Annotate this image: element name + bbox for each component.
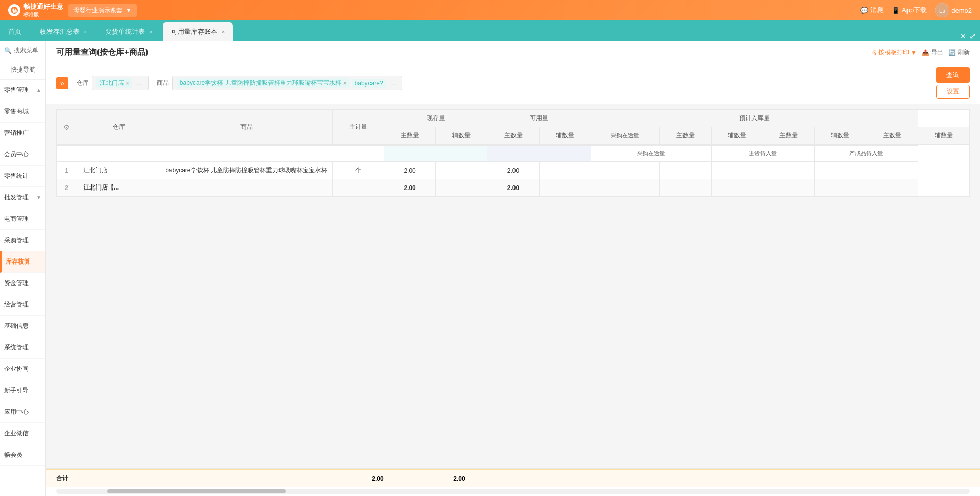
- purchase-transit-subheader: 采购在途量: [591, 146, 711, 162]
- refresh-btn[interactable]: 🔄 刷新: [948, 48, 970, 57]
- th-avail-aux: 辅数量: [539, 127, 591, 145]
- sidebar-item-marketing-label: 营销推广: [4, 129, 29, 137]
- tenant-selector[interactable]: 母婴行业演示账套 ▼: [68, 4, 137, 17]
- filter-toggle-btn[interactable]: »: [56, 77, 68, 89]
- warehouse-input[interactable]: 江北门店 × ...: [92, 76, 149, 90]
- sidebar-item-retailstats[interactable]: 零售统计: [0, 166, 45, 187]
- footer-total-label: 合计: [56, 474, 102, 483]
- footer-stock-main: 2.00: [357, 475, 398, 482]
- scrollbar-row: [46, 487, 980, 496]
- sidebar-item-finance[interactable]: 资金管理: [0, 273, 45, 294]
- product-more-btn[interactable]: ...: [388, 79, 398, 87]
- row2-in-aux: [763, 179, 815, 197]
- template-print-btn[interactable]: 🖨 按模板打印 ▼: [871, 48, 917, 57]
- printer-icon: 🖨: [871, 49, 877, 56]
- bottom-area: 合计 2.00 2.00: [46, 468, 980, 496]
- user-avatar-btn[interactable]: Ea demo2: [935, 3, 972, 17]
- row2-mainunit: [332, 179, 384, 197]
- message-label: 消息: [870, 6, 884, 15]
- sidebar-item-marketing[interactable]: 营销推广: [0, 123, 45, 144]
- col-settings-icon[interactable]: ⚙: [63, 123, 70, 131]
- row1-mainunit: 个: [332, 162, 384, 179]
- query-btn[interactable]: 查询: [936, 67, 970, 83]
- horizontal-scrollbar[interactable]: [56, 489, 970, 494]
- row1-pur-aux: [659, 162, 711, 179]
- sidebar-item-retailmall[interactable]: 零售商城: [0, 101, 45, 123]
- th-stock-aux: 辅数量: [436, 127, 487, 145]
- sidebar-item-enterprise[interactable]: 企业协同: [0, 359, 45, 380]
- export-icon: 📤: [922, 49, 929, 56]
- tab-orders-close[interactable]: ×: [149, 29, 152, 35]
- product-filter: 商品 babycare学饮杯 儿童防摔防撞吸管杯重力球吸嘴杯宝宝水杯 × bab…: [157, 76, 403, 90]
- product-tag-2-text: babycare?: [355, 80, 383, 87]
- tenant-name: 母婴行业演示账套: [74, 6, 122, 15]
- warehouse-tag-remove[interactable]: ×: [126, 80, 129, 87]
- app-download-btn[interactable]: 📱 App下载: [892, 6, 927, 15]
- maximize-icon[interactable]: ⤢: [969, 31, 976, 41]
- tab-home[interactable]: 首页: [0, 22, 30, 41]
- retail-expand-icon: ▲: [36, 87, 41, 93]
- sidebar-item-vip-label: 畅会员: [4, 451, 22, 459]
- row2-product: [161, 179, 333, 197]
- sidebar-item-basics[interactable]: 基础信息: [0, 316, 45, 337]
- warehouse-more-btn[interactable]: ...: [134, 79, 144, 87]
- sidebar-item-wholesale-label: 批发管理: [4, 193, 29, 202]
- table-row: 1 江北门店 babycare学饮杯 儿童防摔防撞吸管杯重力球吸嘴杯宝宝水杯 个…: [57, 162, 970, 179]
- sidebar-item-inventory[interactable]: 库存核算: [0, 251, 45, 273]
- th-purchase-main-label: 采购在途量: [591, 127, 659, 145]
- row1-warehouse: 江北门店: [77, 162, 161, 179]
- logo-icon: 畅: [8, 4, 20, 16]
- sidebar: 🔍 搜索菜单 快捷导航 零售管理 ▲ 零售商城 营销推广 会员中心 零售统计 批…: [0, 41, 46, 496]
- avatar: Ea: [935, 3, 949, 17]
- row1-in-aux: [763, 162, 815, 179]
- top-bar: 畅 畅捷通好生意 标准版 母婴行业演示账套 ▼ 💬 消息 📱 App下载 Ea …: [0, 0, 980, 20]
- product-tag-1-remove[interactable]: ×: [343, 80, 347, 87]
- sidebar-item-newbie-label: 新手引导: [4, 386, 29, 395]
- sidebar-item-retail[interactable]: 零售管理 ▲: [0, 80, 45, 101]
- tab-receipts-close[interactable]: ×: [84, 29, 87, 35]
- product-input[interactable]: babycare学饮杯 儿童防摔防撞吸管杯重力球吸嘴杯宝宝水杯 × babyca…: [172, 76, 403, 90]
- th-production-main: 主数量: [866, 127, 918, 145]
- app-icon: 📱: [892, 7, 900, 14]
- th-incoming-main: 主数量: [763, 127, 815, 145]
- wholesale-expand-icon: ▼: [36, 195, 41, 200]
- sidebar-item-ecommerce[interactable]: 电商管理: [0, 208, 45, 230]
- sidebar-quick-nav[interactable]: 快捷导航: [0, 60, 45, 80]
- search-label: 搜索菜单: [14, 46, 38, 55]
- tab-available-close[interactable]: ×: [222, 29, 225, 35]
- export-btn[interactable]: 📤 导出: [922, 48, 943, 57]
- footer-avail-main: 2.00: [439, 475, 480, 482]
- row2-in-main: [711, 179, 763, 197]
- tab-orders[interactable]: 要货单统计表 ×: [97, 22, 160, 41]
- main-layout: 🔍 搜索菜单 快捷导航 零售管理 ▲ 零售商城 营销推广 会员中心 零售统计 批…: [0, 41, 980, 496]
- sidebar-item-wholesale[interactable]: 批发管理 ▼: [0, 187, 45, 208]
- tab-available[interactable]: 可用量库存账本 ×: [163, 22, 233, 41]
- product-label: 商品: [157, 79, 169, 87]
- page-actions: 🖨 按模板打印 ▼ 📤 导出 🔄 刷新: [871, 48, 970, 57]
- toggle-icon: »: [60, 79, 64, 87]
- row1-stock-main: 2.00: [384, 162, 436, 179]
- warehouse-tag-text: 江北门店: [100, 79, 124, 87]
- settings-btn[interactable]: 设置: [936, 85, 970, 99]
- filter-bar: » 仓库 江北门店 × ... 商品 babycare学饮杯 儿童防摔: [46, 62, 980, 104]
- message-btn[interactable]: 💬 消息: [860, 6, 884, 15]
- warehouse-label: 仓库: [77, 79, 89, 87]
- sidebar-item-vip[interactable]: 畅会员: [0, 444, 45, 466]
- close-all-icon[interactable]: ✕: [960, 32, 966, 40]
- sidebar-item-operations[interactable]: 经营管理: [0, 294, 45, 316]
- top-bar-left: 畅 畅捷通好生意 标准版 母婴行业演示账套 ▼: [8, 2, 137, 18]
- svg-text:畅: 畅: [12, 8, 17, 13]
- sidebar-item-basics-label: 基础信息: [4, 322, 29, 330]
- sidebar-item-appcenter[interactable]: 应用中心: [0, 401, 45, 423]
- sidebar-item-purchase-label: 采购管理: [4, 236, 29, 245]
- sidebar-item-wecom[interactable]: 企业微信: [0, 423, 45, 444]
- tab-receipts[interactable]: 收发存汇总表 ×: [32, 22, 95, 41]
- sidebar-search[interactable]: 🔍 搜索菜单: [0, 41, 45, 60]
- scrollbar-thumb[interactable]: [107, 489, 286, 493]
- sidebar-item-newbie[interactable]: 新手引导: [0, 380, 45, 401]
- sidebar-item-purchase[interactable]: 采购管理: [0, 230, 45, 251]
- sidebar-item-system[interactable]: 系统管理: [0, 337, 45, 359]
- refresh-icon: 🔄: [948, 49, 956, 56]
- sidebar-item-member[interactable]: 会员中心: [0, 144, 45, 166]
- page-header: 可用量查询(按仓库+商品) 🖨 按模板打印 ▼ 📤 导出 🔄 刷新: [46, 41, 980, 62]
